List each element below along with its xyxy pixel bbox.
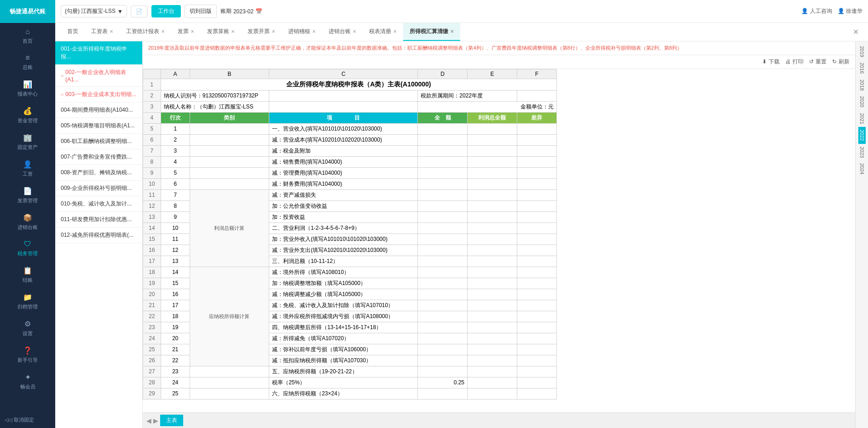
reset-btn[interactable]: ↺ 重置 <box>809 58 827 66</box>
table-row: 5 1 一、营业收入(填写A101010\101020\103000) <box>143 123 557 134</box>
sidebar-item-archive[interactable]: 📁 归档管理 <box>0 288 55 315</box>
sidebar-item-reports[interactable]: 📊 报表中心 <box>0 75 55 102</box>
user-avatar[interactable]: 👤 徐逢华 <box>838 7 862 15</box>
cell-quane <box>418 145 468 156</box>
doc-btn[interactable]: 📄 <box>131 6 148 17</box>
company-selector[interactable]: (勾册) 江西服宝-LSS ▼ <box>61 5 127 17</box>
cell-xiangmu: 减：管理费用(填写A104000) <box>269 167 418 178</box>
tab-tax-calc[interactable]: 所得税汇算清缴 ✕ <box>403 23 460 41</box>
year-2022[interactable]: 2022 <box>858 127 866 143</box>
cell-hang: 15 <box>161 278 190 289</box>
cell-xiangmu: 六、应纳所得税额（23×24） <box>269 388 418 399</box>
tab-close-payroll[interactable]: ✕ <box>110 29 113 34</box>
cell-lrze <box>468 178 517 189</box>
left-item-009[interactable]: 009-企业所得税补亏损明细... <box>55 181 142 196</box>
left-item-001[interactable]: 001-企业所得税年度纳税申报... <box>55 41 142 65</box>
calendar-icon[interactable]: 📅 <box>255 8 262 15</box>
table-row: 4 行次 类别 项 目 全 额 利润总全额 差异 <box>143 112 557 123</box>
cell-quane <box>418 256 468 267</box>
cell-lrze <box>468 366 517 377</box>
tab-close-payroll-stats[interactable]: ✕ <box>161 29 165 34</box>
col-leibie-header: 类别 <box>190 112 269 123</box>
workspace-btn[interactable]: 工作台 <box>151 5 181 17</box>
left-item-010[interactable]: 010-免税、减计收入及加计... <box>55 196 142 212</box>
left-item-012[interactable]: 012-减免所得税优惠明细表(... <box>55 228 142 243</box>
purchase-icon: 📦 <box>23 213 32 222</box>
tab-close-invoice[interactable]: ✕ <box>191 29 194 34</box>
tab-close-purchase-check[interactable]: ✕ <box>312 29 316 34</box>
print-btn[interactable]: 🖨 打印 <box>785 58 804 66</box>
cell-lrze <box>468 245 517 256</box>
sidebar-item-purchase[interactable]: 📦 进销台账 <box>0 209 55 235</box>
switch-btn[interactable]: 切到旧版 <box>185 5 217 18</box>
tab-home[interactable]: 首页 <box>61 23 85 41</box>
tab-close-purchase-ledger[interactable]: ✕ <box>353 29 356 34</box>
sidebar-item-settings[interactable]: ⚙ 设置 <box>0 315 55 342</box>
sidebar-item-invoices[interactable]: 📄 发票管理 <box>0 182 55 209</box>
year-2021[interactable]: 2021 <box>858 110 866 127</box>
cell-chay <box>517 256 556 267</box>
tab-close-tax-calc[interactable]: ✕ <box>450 29 454 34</box>
year-2019[interactable]: 2019 <box>858 43 866 60</box>
row-num-header <box>143 69 161 79</box>
tab-invoice-open[interactable]: 发票开票 ✕ <box>241 23 282 41</box>
year-2023[interactable]: 2023 <box>858 144 866 160</box>
year-2018[interactable]: 2018 <box>858 77 866 93</box>
cell-xiangmu: 减：营业外支出(填写A102010\102020\103000) <box>269 245 418 256</box>
refresh-btn[interactable]: ↻ 刷新 <box>832 58 850 66</box>
sheet-prev-btn[interactable]: ◀ <box>146 415 151 426</box>
left-item-004[interactable]: 004-期间费用明细表(A1040... <box>55 103 142 118</box>
tab-invoice-calc[interactable]: 发票算账 ✕ <box>201 23 241 41</box>
sidebar-label-funds: 资金管理 <box>17 117 38 124</box>
year-2016[interactable]: 2016 <box>858 60 866 76</box>
tab-close-tax-schedule[interactable]: ✕ <box>393 29 397 34</box>
tab-payroll-stats[interactable]: 工资统计报表 ✕ <box>120 23 171 41</box>
service-btn[interactable]: 👤 人工咨询 <box>801 7 832 15</box>
sidebar-item-ledger[interactable]: ≡ 总账 <box>0 49 55 75</box>
table-row: 10 6 减：财务费用(填写A104000) <box>143 178 557 189</box>
left-item-008[interactable]: 008-资产折旧、摊销及纳税... <box>55 165 142 181</box>
row-num: 23 <box>143 322 161 333</box>
sidebar-item-funds[interactable]: 💰 资金管理 <box>0 102 55 129</box>
tab-tax-schedule[interactable]: 税表清册 ✕ <box>363 23 403 41</box>
left-item-006[interactable]: 006-职工薪酬纳税调整明细... <box>55 134 142 149</box>
row-num: 29 <box>143 388 161 399</box>
sidebar-item-payroll[interactable]: 👤 工资 <box>0 155 55 182</box>
sheet-next-btn[interactable]: ▶ <box>153 415 158 426</box>
cell-quane: 0.25 <box>418 377 468 388</box>
cell-hang: 19 <box>161 322 190 333</box>
tab-payroll[interactable]: 工资表 ✕ <box>85 23 120 41</box>
download-icon: ⬇ <box>762 58 767 65</box>
company-dropdown-icon: ▼ <box>117 8 123 15</box>
download-btn[interactable]: ⬇ 下载 <box>762 58 780 66</box>
tab-invoice[interactable]: 发票 ✕ <box>171 23 201 41</box>
row-num: 16 <box>143 245 161 256</box>
left-item-007[interactable]: 007-广告费和业务宣传费跌... <box>55 149 142 165</box>
left-item-005[interactable]: 005-纳税调整项目明细表(A1... <box>55 118 142 134</box>
sidebar-item-tax[interactable]: 🛡 税务管理 <box>0 235 55 262</box>
table-row: 18 14 应纳税所得额计算 减：境外所得（填写A108010） <box>143 267 557 278</box>
left-item-011[interactable]: 011-研发费用加计扣除优惠... <box>55 212 142 228</box>
sidebar-item-assets[interactable]: 🏢 固定资产 <box>0 129 55 155</box>
col-e-header: E <box>468 69 517 79</box>
sidebar-item-home[interactable]: ⌂ 首页 <box>0 23 55 49</box>
tab-purchase-check[interactable]: 进销稽核 ✕ <box>282 23 322 41</box>
sidebar-item-guide[interactable]: ❓ 新手引导 <box>0 342 55 368</box>
guide-icon: ❓ <box>23 346 32 355</box>
sidebar-label-invoices: 发票管理 <box>17 197 38 204</box>
left-item-003[interactable]: 003-一般企业成本支出明细... <box>55 87 142 103</box>
company-name: (勾册) 江西服宝-LSS <box>65 7 116 15</box>
sidebar-unpin[interactable]: ◁◁ 取消固定 <box>0 412 55 428</box>
year-2020[interactable]: 2020 <box>858 93 866 110</box>
left-item-002[interactable]: 002-一般企业收入明细表(A1... <box>55 65 142 87</box>
sidebar-item-close[interactable]: 📋 结账 <box>0 262 55 288</box>
sidebar-item-member[interactable]: ✦ 畅会员 <box>0 368 55 395</box>
tab-close-invoice-calc[interactable]: ✕ <box>231 29 235 34</box>
bottom-tab-main[interactable]: 主表 <box>160 415 183 426</box>
tab-close-invoice-open[interactable]: ✕ <box>272 29 275 34</box>
cell-leibie <box>190 167 269 178</box>
tab-purchase-ledger[interactable]: 进销台账 ✕ <box>322 23 363 41</box>
year-2024[interactable]: 2024 <box>858 160 866 177</box>
cell-hang: 8 <box>161 200 190 211</box>
close-all-tabs[interactable]: ✕ <box>849 28 862 36</box>
